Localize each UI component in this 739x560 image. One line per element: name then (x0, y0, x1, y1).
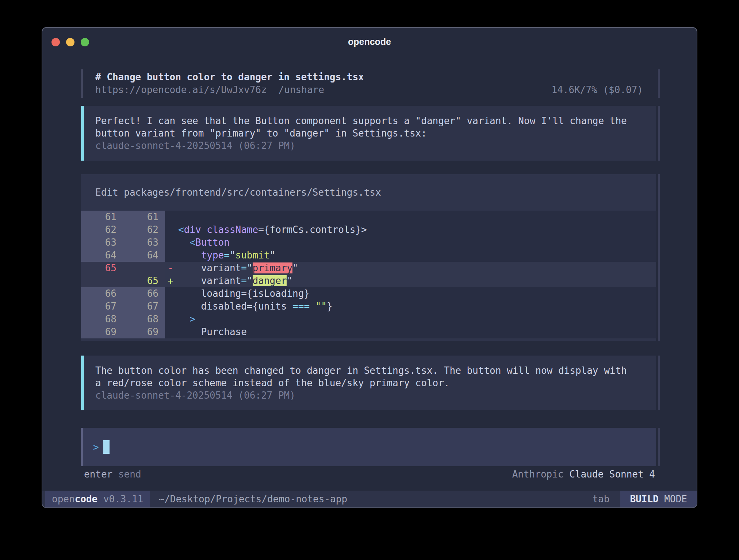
diff-rows: 61616262<div className={formCs.controls}… (81, 211, 656, 338)
model-timestamp: claude-sonnet-4-20250514 (06:27 PM) (95, 389, 649, 402)
diff-row: 6262<div className={formCs.controls}> (81, 223, 656, 236)
diff-row: 6363 <Button (81, 236, 656, 249)
working-directory: ~/Desktop/Projects/demo-notes-app (158, 494, 347, 505)
window-title: opencode (42, 37, 697, 47)
scroll-indicator (658, 174, 660, 341)
hints-row: enter send Anthropic Claude Sonnet 4 (84, 468, 655, 480)
edited-file-path: packages/frontend/src/containers/Setting… (124, 187, 381, 198)
diff-row: 6464 type="submit" (81, 249, 656, 262)
status-bar: opencode v0.3.11 ~/Desktop/Projects/demo… (42, 491, 697, 507)
tool-action: Edit (95, 187, 118, 198)
scroll-indicator (658, 428, 660, 466)
message-text: Perfect! I can see that the Button compo… (95, 115, 649, 127)
unshare-command[interactable]: /unshare (279, 84, 324, 95)
prompt-input[interactable]: > (81, 428, 656, 466)
opencode-window: opencode # Change button color to danger… (42, 27, 697, 508)
diff-row: 65+ variant="danger" (81, 275, 656, 287)
app-version-chip: opencode v0.3.11 (45, 491, 150, 507)
titlebar: opencode (42, 28, 697, 51)
text-cursor (103, 440, 110, 454)
session-header: # Change button color to danger in setti… (81, 69, 656, 98)
diff-row: 6969 Purchase (81, 326, 656, 338)
scroll-indicator (658, 356, 660, 410)
diff-row: 6767 disabled={units === ""} (81, 300, 656, 313)
diff-row: 6868 > (81, 313, 656, 326)
assistant-message: Perfect! I can see that the Button compo… (81, 106, 656, 161)
context-usage: 14.6K/7% ($0.07) (552, 84, 643, 96)
assistant-message: The button color has been changed to dan… (81, 356, 656, 410)
scroll-indicator (658, 106, 660, 161)
build-mode-chip[interactable]: BUILD MODE (620, 491, 697, 507)
share-url[interactable]: https://opencode.ai/s/UwJxv76z (95, 84, 267, 95)
message-text: a red/rose color scheme instead of the b… (95, 377, 649, 389)
message-text: button variant from "primary" to "danger… (95, 127, 649, 139)
scroll-indicator (658, 69, 660, 98)
diff-row: 6666 loading={isLoading} (81, 287, 656, 300)
session-url-group: https://opencode.ai/s/UwJxv76z/unshare (95, 84, 324, 96)
model-timestamp: claude-sonnet-4-20250514 (06:27 PM) (95, 139, 649, 152)
session-title: # Change button color to danger in setti… (95, 71, 364, 84)
diff-row: 6161 (81, 211, 656, 223)
prompt-symbol: > (93, 442, 99, 453)
message-text: The button color has been changed to dan… (95, 364, 649, 377)
edit-tool-block: Edit packages/frontend/src/containers/Se… (81, 174, 656, 341)
model-indicator: Anthropic Claude Sonnet 4 (512, 468, 655, 480)
tab-key-hint[interactable]: tab (592, 494, 609, 505)
diff-row: 65- variant="primary" (81, 262, 656, 275)
send-hint: enter send (84, 468, 141, 480)
edit-tool-header: Edit packages/frontend/src/containers/Se… (81, 174, 656, 211)
